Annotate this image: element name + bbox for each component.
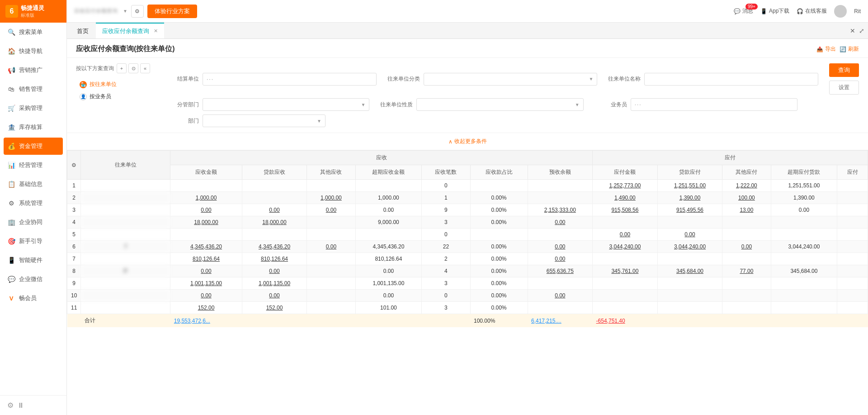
sidebar-item-purchase[interactable]: 🛒 采购管理 — [0, 99, 66, 118]
table-cell[interactable] — [593, 277, 658, 290]
sidebar-item-system[interactable]: ⚙ 系统管理 — [0, 194, 66, 213]
table-cell[interactable]: 1,001,135.00 — [170, 277, 242, 290]
sidebar-item-inventory[interactable]: 🏦 库存核算 — [0, 118, 66, 137]
add-filter-button[interactable]: + — [117, 63, 127, 73]
table-cell[interactable]: 0.00 — [528, 216, 593, 229]
table-cell[interactable]: 810,126.64 — [170, 253, 242, 265]
table-cell[interactable] — [657, 253, 722, 265]
table-cell[interactable] — [722, 253, 771, 265]
tab-close-window[interactable]: ✕ — [850, 27, 855, 34]
dept-input[interactable]: ▼ — [203, 114, 326, 127]
table-cell[interactable] — [307, 265, 355, 277]
table-cell[interactable]: 655,636.75 — [528, 265, 593, 277]
table-cell[interactable] — [528, 302, 593, 314]
footer-ap-amount[interactable]: -654,751.40 — [593, 314, 658, 328]
collapse-sidebar-icon[interactable]: ⏸ — [17, 401, 24, 410]
filter-option-salesman[interactable]: 👤 按业务员 — [76, 91, 157, 102]
table-cell[interactable]: 2,153,333.00 — [528, 204, 593, 216]
table-cell[interactable] — [242, 192, 307, 204]
table-cell[interactable]: 152.00 — [242, 302, 307, 314]
settlement-unit-input[interactable]: ··· — [203, 73, 377, 86]
sidebar-item-finance[interactable]: 💰 资金管理 — [4, 138, 63, 155]
user-name[interactable]: Rit — [854, 8, 861, 14]
table-cell[interactable]: 0.00 — [528, 290, 593, 302]
table-cell[interactable] — [170, 180, 242, 192]
table-cell[interactable]: 1,222.00 — [722, 180, 771, 192]
table-cell[interactable] — [307, 253, 355, 265]
tab-close-icon[interactable]: ✕ — [154, 28, 158, 34]
sidebar-item-operation[interactable]: 📊 经营管理 — [0, 156, 66, 175]
table-cell[interactable]: 1,000.00 — [307, 192, 355, 204]
collapse-filter-button[interactable]: « — [140, 63, 150, 73]
table-cell[interactable]: 915,508.56 — [593, 204, 658, 216]
footer-ar-amount[interactable]: 19,553,472,6... — [170, 314, 242, 328]
table-cell[interactable]: 0.00 — [170, 290, 242, 302]
sidebar-item-search-menu[interactable]: 🔍 搜索菜单 — [0, 23, 66, 42]
table-cell[interactable] — [307, 229, 355, 241]
table-cell[interactable]: 0.00 — [528, 241, 593, 253]
table-cell[interactable]: 1,252,773.00 — [593, 180, 658, 192]
table-cell[interactable]: 4,345,436.20 — [170, 241, 242, 253]
sidebar-item-sales[interactable]: 🛍 销售管理 — [0, 80, 66, 99]
sidebar-item-basic-info[interactable]: 📋 基础信息 — [0, 175, 66, 194]
table-cell[interactable] — [593, 253, 658, 265]
table-cell[interactable] — [242, 180, 307, 192]
table-cell[interactable]: 152.00 — [170, 302, 242, 314]
table-cell[interactable] — [657, 277, 722, 290]
filter-option-partner[interactable]: 🏪 按往来单位 — [76, 79, 157, 90]
edit-filter-button[interactable]: ⊙ — [128, 63, 138, 73]
table-gear-icon[interactable]: ⚙ — [71, 162, 76, 168]
table-cell[interactable]: 3,044,240.00 — [657, 241, 722, 253]
sidebar-item-marketing[interactable]: 📢 营销推广 — [0, 61, 66, 80]
table-area[interactable]: ⚙ 往来单位 应收 应付 应收金额 贷款应收 其他应收 超期应收金额 应收笔数 — [67, 150, 868, 415]
sidebar-item-hardware[interactable]: 📱 智能硬件 — [0, 251, 66, 270]
table-cell[interactable]: 0.00 — [242, 290, 307, 302]
table-cell[interactable]: 0.00 — [242, 204, 307, 216]
table-cell[interactable]: 1,490.00 — [593, 192, 658, 204]
tab-ar-query[interactable]: 应收应付余额查询 ✕ — [96, 23, 164, 38]
settings-button[interactable]: 设置 — [829, 81, 859, 95]
table-cell[interactable] — [528, 180, 593, 192]
header-gear-button[interactable]: ⚙ — [131, 5, 144, 18]
table-cell[interactable]: 345,761.00 — [593, 265, 658, 277]
table-cell[interactable] — [722, 302, 771, 314]
table-cell[interactable] — [170, 229, 242, 241]
table-cell[interactable]: 3,044,240.00 — [593, 241, 658, 253]
th-settings[interactable]: ⚙ — [67, 151, 81, 180]
table-cell[interactable] — [307, 216, 355, 229]
table-cell[interactable]: 18,000.00 — [170, 216, 242, 229]
table-cell[interactable]: 0.00 — [722, 241, 771, 253]
table-cell[interactable] — [528, 192, 593, 204]
supervise-dept-input[interactable]: ▼ — [203, 98, 369, 111]
table-cell[interactable]: 1,000.00 — [170, 192, 242, 204]
collapse-conditions-button[interactable]: ∧ 收起更多条件 — [439, 135, 496, 148]
sidebar-item-wechat[interactable]: 💬 企业微信 — [0, 270, 66, 289]
table-cell[interactable] — [722, 216, 771, 229]
table-cell[interactable] — [722, 290, 771, 302]
table-cell[interactable] — [593, 302, 658, 314]
table-cell[interactable]: 100.00 — [722, 192, 771, 204]
salesman-input[interactable]: ··· — [631, 98, 797, 111]
refresh-button[interactable]: 🔄 刷新 — [840, 45, 859, 53]
table-cell[interactable]: 0.00 — [528, 253, 593, 265]
tab-home[interactable]: 首页 — [71, 23, 95, 38]
table-cell[interactable]: 345,684.00 — [657, 265, 722, 277]
table-cell[interactable] — [307, 277, 355, 290]
table-cell[interactable] — [593, 216, 658, 229]
table-cell[interactable]: 0.00 — [307, 241, 355, 253]
table-cell[interactable] — [242, 229, 307, 241]
table-cell[interactable]: 0.00 — [657, 229, 722, 241]
table-cell[interactable]: 0.00 — [242, 265, 307, 277]
table-cell[interactable]: 13.00 — [722, 204, 771, 216]
table-cell[interactable] — [593, 290, 658, 302]
sidebar-item-quick-nav[interactable]: 🏠 快捷导航 — [0, 42, 66, 61]
partner-nature-input[interactable]: ▼ — [416, 98, 583, 111]
table-cell[interactable] — [657, 302, 722, 314]
table-cell[interactable]: 4,345,436.20 — [242, 241, 307, 253]
trial-button[interactable]: 体验行业方案 — [147, 5, 197, 18]
table-cell[interactable] — [657, 216, 722, 229]
footer-ar-prepay[interactable]: 6,417,215.... — [528, 314, 593, 328]
online-service-button[interactable]: 🎧 在线客服 — [797, 7, 827, 15]
table-cell[interactable] — [307, 180, 355, 192]
table-cell[interactable]: 1,251,551.00 — [657, 180, 722, 192]
